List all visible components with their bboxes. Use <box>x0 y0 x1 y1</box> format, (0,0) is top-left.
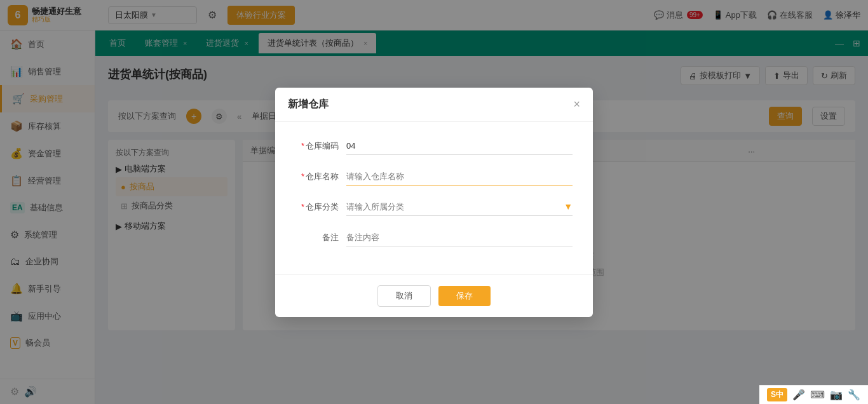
modal-overlay[interactable]: 新增仓库 × 仓库编码 仓库名称 仓库分类 ▼ <box>0 0 868 404</box>
remark-label: 备注 <box>295 232 346 243</box>
microphone-icon[interactable]: 🎤 <box>792 389 805 401</box>
remark-input[interactable] <box>346 229 573 246</box>
modal-close-button[interactable]: × <box>573 98 580 111</box>
modal-footer: 取消 保存 <box>275 274 593 317</box>
category-select[interactable]: ▼ <box>346 198 573 216</box>
form-row-code: 仓库编码 <box>295 137 573 155</box>
code-input[interactable] <box>346 137 573 155</box>
category-input[interactable] <box>346 198 564 215</box>
brand-status-icon: S中 <box>767 388 787 401</box>
modal-title: 新增仓库 <box>288 98 329 111</box>
form-row-remark: 备注 <box>295 229 573 246</box>
cancel-button[interactable]: 取消 <box>377 285 431 307</box>
modal-header: 新增仓库 × <box>275 88 593 122</box>
name-input[interactable] <box>346 168 573 185</box>
code-label: 仓库编码 <box>295 140 346 152</box>
tool-icon[interactable]: 🔧 <box>848 389 860 401</box>
form-row-name: 仓库名称 <box>295 168 573 185</box>
category-label: 仓库分类 <box>295 201 346 213</box>
modal-body: 仓库编码 仓库名称 仓库分类 ▼ 备注 <box>275 122 593 274</box>
name-label: 仓库名称 <box>295 171 346 182</box>
camera-icon[interactable]: 📷 <box>830 389 843 401</box>
form-row-category: 仓库分类 ▼ <box>295 198 573 216</box>
category-arrow-icon: ▼ <box>564 201 573 212</box>
keyboard-icon[interactable]: ⌨ <box>810 389 825 401</box>
save-button[interactable]: 保存 <box>438 286 491 306</box>
modal-new-warehouse: 新增仓库 × 仓库编码 仓库名称 仓库分类 ▼ <box>275 88 593 317</box>
status-bar: S中 🎤 ⌨ 📷 🔧 <box>759 385 868 404</box>
